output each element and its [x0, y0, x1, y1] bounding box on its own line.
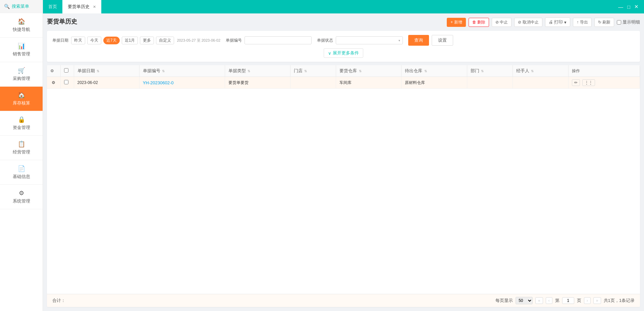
row-store: [290, 77, 336, 89]
sort-icon: ⇅: [97, 69, 99, 73]
maximize-icon[interactable]: □: [627, 4, 630, 10]
home-icon: 🏠: [18, 18, 25, 25]
expand-more-button[interactable]: ∨ 展开更多条件: [324, 48, 363, 58]
date-btn-yesterday[interactable]: 昨天: [71, 37, 85, 44]
order-no-label: 单据编号: [226, 38, 242, 43]
tab-label: 要货单历史: [68, 4, 90, 10]
sidebar-item-label: 快捷导航: [13, 27, 30, 33]
sidebar-item-inventory[interactable]: 🏠 库存核算: [0, 87, 43, 111]
row-checkbox-cell[interactable]: [60, 77, 74, 89]
sort-icon: ⇅: [424, 69, 427, 73]
date-btn-custom[interactable]: 自定义: [156, 37, 174, 44]
date-btn-today[interactable]: 今天: [87, 37, 101, 44]
search-icon: 🔍: [4, 4, 10, 9]
next-page-button[interactable]: ›: [584, 297, 591, 304]
page-label: 第: [555, 298, 559, 304]
sidebar-item-label: 搜索菜单: [12, 3, 29, 9]
th-req-warehouse: 要货仓库 ⇅: [336, 65, 401, 77]
date-btn-last7days[interactable]: 近7天: [103, 37, 120, 44]
row-more-button[interactable]: ⋮⋮: [582, 79, 595, 86]
per-page-select[interactable]: 10 20 50 100: [516, 297, 533, 304]
status-select[interactable]: [336, 36, 403, 44]
status-select-wrap: [336, 36, 403, 44]
close-icon[interactable]: ✕: [634, 4, 639, 10]
cart-icon: 🛒: [18, 67, 25, 74]
row-action-cell: ✏ ⋮⋮: [568, 77, 640, 89]
select-all-checkbox[interactable]: [64, 68, 68, 73]
date-btn-last-month[interactable]: 近1月: [122, 37, 138, 44]
sidebar-item-label: 销售管理: [13, 51, 30, 57]
sidebar-item-shortcut[interactable]: 🏠 快捷导航: [0, 13, 43, 38]
tab-history[interactable]: 要货单历史 ✕: [62, 0, 101, 13]
row-date: 2023-06-02: [74, 77, 139, 89]
refresh-button[interactable]: ↻ 刷新: [594, 18, 614, 27]
date-buttons: 昨天 今天 近7天 近1月 更多 自定义: [71, 37, 174, 44]
th-action: 操作: [568, 65, 640, 77]
topbar-right: — □ ✕: [618, 4, 644, 10]
row-gear-cell[interactable]: ⚙: [47, 77, 60, 89]
order-no-input[interactable]: [245, 36, 312, 44]
print-label: 🖨 打印: [549, 19, 563, 25]
sidebar-item-base[interactable]: 📄 基础信息: [0, 160, 43, 185]
table-area: ⚙ 单据日期 ⇅ 单据编号 ⇅ 单据类型 ⇅: [47, 65, 640, 307]
minimize-icon[interactable]: —: [618, 4, 623, 10]
query-button[interactable]: 查询: [408, 35, 429, 46]
th-department: 部门 ⇅: [467, 65, 513, 77]
sidebar-item-finance[interactable]: 🔒 资金管理: [0, 111, 43, 136]
display-detail-checkbox[interactable]: [617, 20, 621, 25]
header-toolbar: + 新增 🗑 删除 ⊘ 中止 ⊘ 取消中止 🖨 打印 ▾ ↑ 导出 ↻ 刷新 显…: [447, 17, 640, 27]
sidebar-item-search[interactable]: 🔍 搜索菜单: [0, 0, 43, 13]
stop-button[interactable]: ⊘ 中止: [492, 18, 512, 27]
th-checkbox[interactable]: [60, 65, 74, 77]
th-store: 门店 ⇅: [290, 65, 336, 77]
row-checkbox[interactable]: [64, 80, 68, 84]
date-btn-more[interactable]: 更多: [140, 37, 154, 44]
sort-icon: ⇅: [248, 69, 250, 73]
filter-row-1: 单据日期 昨天 今天 近7天 近1月 更多 自定义 2023-05-27 至 2…: [52, 35, 635, 46]
per-page-label: 每页显示: [495, 298, 513, 304]
tab-label: 首页: [48, 4, 57, 10]
sidebar: 🔍 搜索菜单 🏠 快捷导航 📊 销售管理 🛒 采购管理 🏠 库存核算 🔒 资金管…: [0, 0, 43, 311]
print-button[interactable]: 🖨 打印 ▾: [545, 17, 571, 27]
row-no: YH-20230602-0: [139, 77, 225, 89]
main-area: 首页 要货单历史 ✕ — □ ✕ 要货单历史 + 新增 🗑 删除 ⊘ 中止 ⊘ …: [43, 0, 644, 311]
last-page-button[interactable]: »: [593, 297, 601, 304]
row-no-link[interactable]: YH-20230602-0: [143, 80, 174, 85]
tab-home[interactable]: 首页: [43, 0, 62, 13]
tab-close-icon[interactable]: ✕: [93, 5, 96, 9]
expand-row: ∨ 展开更多条件: [52, 48, 635, 58]
prev-page-button[interactable]: ‹: [546, 297, 552, 304]
cancel-stop-button[interactable]: ⊘ 取消中止: [514, 18, 542, 27]
new-button[interactable]: + 新增: [447, 18, 466, 27]
sidebar-item-label: 经营管理: [13, 149, 30, 155]
sort-icon: ⇅: [162, 69, 165, 73]
sidebar-item-system[interactable]: ⚙ 系统管理: [0, 185, 43, 209]
first-page-button[interactable]: «: [535, 297, 543, 304]
filter-settings-button[interactable]: 设置: [432, 35, 453, 46]
export-button[interactable]: ↑ 导出: [573, 18, 591, 27]
delete-button[interactable]: 🗑 删除: [469, 18, 489, 27]
th-handler: 经手人 ⇅: [513, 65, 568, 77]
table-empty-space: [47, 89, 640, 294]
data-table: ⚙ 单据日期 ⇅ 单据编号 ⇅ 单据类型 ⇅: [47, 65, 640, 89]
sidebar-item-operations[interactable]: 📋 经营管理: [0, 136, 43, 160]
page-title: 要货单历史: [47, 17, 77, 26]
th-settings[interactable]: ⚙: [47, 65, 60, 77]
status-filter-group: 单据状态: [317, 36, 403, 44]
row-edit-button[interactable]: ✏: [572, 79, 580, 86]
sidebar-item-purchase[interactable]: 🛒 采购管理: [0, 62, 43, 87]
sidebar-item-label: 采购管理: [13, 76, 30, 82]
pagination: 每页显示 10 20 50 100 « ‹ 第 页 › » 共1页，1条记录: [495, 297, 635, 304]
sidebar-item-label: 库存核算: [13, 100, 30, 106]
sidebar-item-sales[interactable]: 📊 销售管理: [0, 38, 43, 62]
row-department: [467, 77, 513, 89]
table-body: ⚙ 2023-06-02 YH-20230602-0 要货单要货 车间库 原材料…: [47, 77, 640, 89]
content-area: 要货单历史 + 新增 🗑 删除 ⊘ 中止 ⊘ 取消中止 🖨 打印 ▾ ↑ 导出 …: [43, 13, 644, 311]
expand-label: 展开更多条件: [333, 50, 359, 56]
page-input[interactable]: [562, 297, 574, 304]
chart-icon: 📊: [18, 42, 25, 50]
sort-icon: ⇅: [359, 69, 362, 73]
date-filter-group: 单据日期 昨天 今天 近7天 近1月 更多 自定义 2023-05-27 至 2…: [52, 37, 220, 44]
document-icon: 📄: [18, 165, 25, 172]
display-detail-toggle[interactable]: 显示明细: [617, 19, 640, 25]
